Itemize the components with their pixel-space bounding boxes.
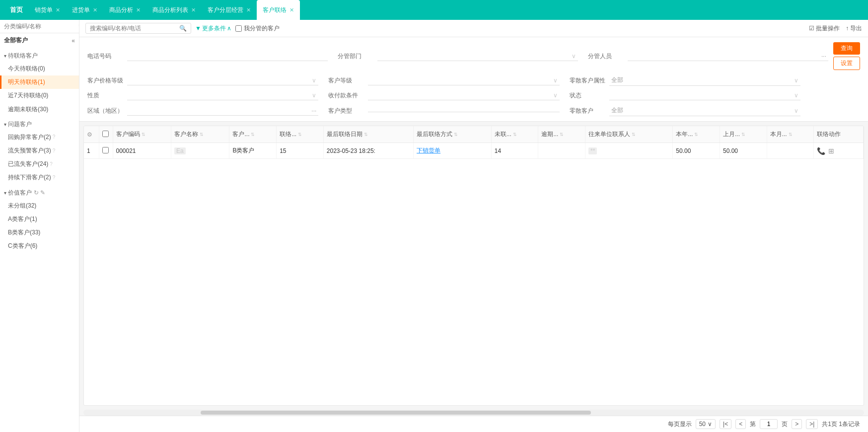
area-select[interactable]: ···	[127, 106, 318, 116]
row-last-month: 50.00	[720, 143, 767, 159]
horizontal-scrollbar[interactable]	[83, 410, 864, 416]
payment-select[interactable]: ∨	[368, 91, 559, 100]
content-area: 🔍 ▼ 更多条件 ∧ 我分管的客户 ☑ 批量操作 ↑ 导出	[79, 20, 868, 432]
retail-customer-select[interactable]: 全部 ∨	[609, 105, 800, 116]
per-page-select[interactable]: 50 ∨	[696, 419, 716, 429]
chevron-down-icon: ∨	[553, 77, 558, 84]
filter-actions: 查询 设置	[833, 42, 860, 70]
help-icon: ?	[53, 147, 56, 155]
filter-row-4: 区域（地区） ··· 客户类型 零散客户	[87, 105, 860, 116]
my-customers-check[interactable]	[235, 25, 242, 32]
last-page-button[interactable]: >|	[806, 419, 818, 429]
row-code: 000021	[113, 143, 171, 159]
sidebar-item-class-c[interactable]: C类客户(6)	[0, 239, 79, 253]
sidebar-item-class-a[interactable]: A类客户(1)	[0, 213, 79, 226]
nav-sales-order[interactable]: 销货单 ✕	[29, 0, 66, 20]
retail-customer-label: 零散客户	[570, 107, 609, 115]
sort-icon[interactable]: ⇅	[251, 132, 255, 137]
toolbar-search-icon[interactable]: 🔍	[179, 25, 187, 32]
sidebar-search-input[interactable]	[4, 23, 78, 30]
chevron-down-icon: ∨	[794, 77, 798, 84]
sort-icon[interactable]: ⇅	[364, 132, 368, 137]
all-customers-header[interactable]: 全部客户 «	[0, 33, 79, 48]
page-number-input[interactable]	[760, 419, 778, 429]
filter-icon: ▼	[195, 25, 201, 32]
dept-select[interactable]: ∨	[377, 52, 578, 61]
close-icon[interactable]: ✕	[56, 7, 60, 13]
phone-input[interactable]	[127, 52, 328, 61]
first-page-button[interactable]: |<	[720, 419, 731, 429]
main-layout: 🔍 全部客户 « ▾ 待联络客户 今天待联络(0) 明天待联络(1) 近7天待联…	[0, 20, 868, 432]
retail-attr-select[interactable]: 全部 ∨	[609, 75, 800, 86]
sort-icon[interactable]: ⇅	[741, 132, 745, 137]
sort-icon[interactable]: ⇅	[789, 132, 793, 137]
nav-product-analysis[interactable]: 商品分析 ✕	[103, 0, 146, 20]
filter-toggle[interactable]: ▼ 更多条件 ∧	[195, 24, 231, 33]
sort-icon[interactable]: ⇅	[560, 132, 564, 137]
help-icon: ?	[50, 160, 53, 168]
person-select[interactable]: ···	[628, 52, 828, 61]
col-customer-name: 客户名称 ⇅	[171, 126, 229, 143]
filter-customer-level: 客户等级 ∨	[328, 76, 559, 85]
col-last-contact-method: 最后联络方式 ⇅	[414, 126, 492, 143]
close-icon[interactable]: ✕	[246, 7, 251, 13]
status-select[interactable]: ∨	[609, 91, 800, 100]
sidebar-item-overdue-pending[interactable]: 逾期未联络(30)	[0, 103, 79, 116]
row-last-contact-date: 2023-05-23 18:25:	[323, 143, 413, 159]
sidebar-item-ungrouped[interactable]: 未分组(32)	[0, 199, 79, 213]
sort-icon[interactable]: ⇅	[694, 132, 698, 137]
action-icons: 📞 ⊞	[817, 147, 860, 155]
sidebar-item-class-b[interactable]: B类客户(33)	[0, 226, 79, 239]
nav-product-analysis-list[interactable]: 商品分析列表 ✕	[146, 0, 202, 20]
edit-icon[interactable]: ✎	[40, 189, 45, 196]
my-customers-checkbox[interactable]: 我分管的客户	[235, 24, 280, 33]
row-this-month	[767, 143, 814, 159]
customer-level-select[interactable]: ∨	[368, 76, 559, 85]
close-icon[interactable]: ✕	[93, 7, 97, 13]
query-button[interactable]: 查询	[833, 42, 860, 55]
sidebar-item-declining[interactable]: 持续下滑客户(2) ?	[0, 171, 79, 184]
phone-action-icon[interactable]: 📞	[817, 147, 825, 155]
filter-customer-type: 客户类型	[328, 107, 559, 115]
sidebar-item-7days-pending[interactable]: 近7天待联络(0)	[0, 89, 79, 102]
sort-icon[interactable]: ⇅	[632, 132, 636, 137]
nature-select[interactable]: ∨	[127, 91, 318, 100]
price-level-select[interactable]: ∨	[127, 76, 318, 85]
customer-table: ⚙ 客户编码 ⇅ 客户名称	[84, 126, 864, 159]
sort-icon[interactable]: ⇅	[454, 132, 458, 137]
batch-op-button[interactable]: ☑ 批量操作	[809, 24, 840, 33]
export-button[interactable]: ↑ 导出	[846, 24, 862, 33]
nav-customer-contact[interactable]: 客户联络 ✕	[257, 0, 300, 20]
grid-action-icon[interactable]: ⊞	[828, 147, 834, 155]
gear-icon[interactable]: ⚙	[87, 131, 92, 138]
sidebar-item-churn-warning[interactable]: 流失预警客户(3) ?	[0, 144, 79, 157]
nav-customer-tier[interactable]: 客户分层经营 ✕	[202, 0, 257, 20]
row-select-checkbox[interactable]	[102, 147, 109, 153]
sort-icon[interactable]: ⇅	[200, 132, 204, 137]
select-all-checkbox[interactable]	[102, 131, 109, 137]
last-contact-link[interactable]: 下销货单	[417, 147, 440, 154]
sidebar-item-repurchase-anomaly[interactable]: 回购异常客户(2) ?	[0, 131, 79, 144]
sidebar-item-tomorrow-pending[interactable]: 明天待联络(1)	[0, 75, 79, 89]
close-icon[interactable]: ✕	[289, 7, 294, 13]
refresh-icon[interactable]: ↻	[34, 189, 39, 196]
setting-button[interactable]: 设置	[833, 57, 860, 70]
sidebar-item-churned[interactable]: 已流失客户(24) ?	[0, 157, 79, 171]
close-icon[interactable]: ✕	[191, 7, 196, 13]
prev-page-button[interactable]: <	[735, 419, 746, 429]
next-page-button[interactable]: >	[792, 419, 802, 429]
nav-purchase-order[interactable]: 进货单 ✕	[66, 0, 103, 20]
col-overdue: 逾期... ⇅	[538, 126, 585, 143]
close-icon[interactable]: ✕	[136, 7, 141, 13]
col-action: 联络动作	[814, 126, 864, 143]
search-input[interactable]	[90, 25, 179, 32]
sort-icon[interactable]: ⇅	[298, 132, 302, 137]
sort-icon[interactable]: ⇅	[513, 132, 517, 137]
batch-icon: ☑	[809, 25, 814, 32]
sort-icon[interactable]: ⇅	[142, 132, 145, 137]
customer-type-select[interactable]	[368, 110, 559, 112]
nav-home[interactable]: 首页	[4, 0, 29, 20]
ellipsis-icon: ···	[821, 53, 826, 60]
dept-label: 分管部门	[338, 52, 377, 61]
sidebar-item-today-pending[interactable]: 今天待联络(0)	[0, 62, 79, 75]
